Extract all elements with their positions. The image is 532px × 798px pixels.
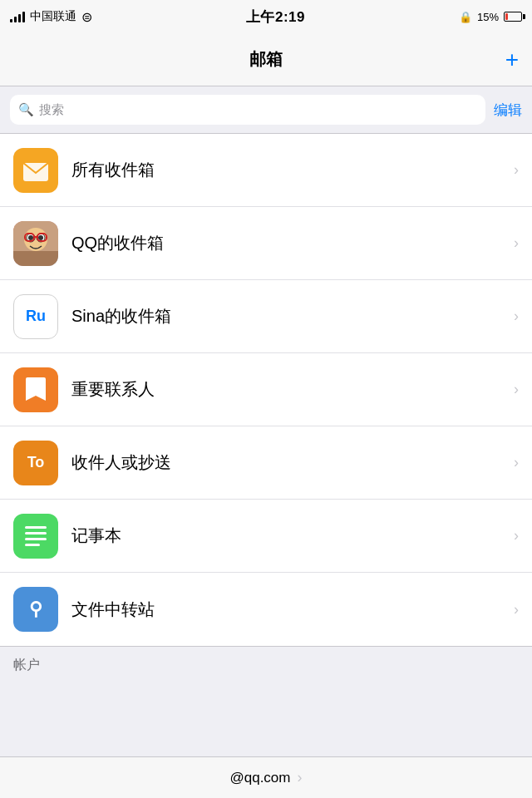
svg-point-6 (38, 235, 43, 240)
bottom-bar[interactable]: @qq.com › (0, 756, 532, 798)
list-item[interactable]: 所有收件箱 › (0, 134, 532, 207)
list-item[interactable]: 记事本 › (0, 500, 532, 573)
search-icon: 🔍 (18, 102, 34, 117)
bottom-chevron-icon: › (298, 769, 303, 786)
add-mailbox-button[interactable]: + (505, 48, 519, 71)
list-item[interactable]: To 收件人或抄送 › (0, 426, 532, 500)
status-right: 🔒 15% (459, 11, 522, 23)
battery-percent: 15% (477, 11, 499, 23)
edit-button[interactable]: 编辑 (494, 101, 522, 120)
accounts-header-label: 帐户 (13, 657, 40, 674)
qq-inbox-icon (13, 221, 58, 266)
status-bar: 中国联通 ⊜ 上午2:19 🔒 15% (0, 0, 532, 33)
vip-label: 重要联系人 (71, 378, 514, 401)
signal-bars (10, 11, 25, 22)
lock-icon: 🔒 (459, 11, 472, 23)
battery-icon (504, 12, 522, 22)
time-display: 上午2:19 (246, 7, 305, 27)
sina-icon-text: Ru (26, 308, 46, 325)
transfer-icon: ⚲ (13, 587, 58, 632)
qq-inbox-label: QQ的收件箱 (71, 232, 514, 254)
chevron-icon: › (514, 308, 519, 325)
search-bar-container: 🔍 搜索 编辑 (0, 86, 532, 133)
list-item[interactable]: 重要联系人 › (0, 353, 532, 426)
wifi-icon: ⊜ (81, 9, 92, 25)
chevron-icon: › (514, 161, 519, 179)
list-item[interactable]: ⚲ 文件中转站 › (0, 573, 532, 646)
vip-icon (13, 367, 58, 412)
accounts-section-header: 帐户 (0, 647, 532, 683)
svg-point-5 (28, 235, 33, 240)
all-inbox-label: 所有收件箱 (71, 159, 514, 181)
nav-bar: 邮箱 + (0, 33, 532, 86)
search-input-wrapper[interactable]: 🔍 搜索 (10, 95, 485, 125)
to-icon: To (13, 441, 58, 485)
search-placeholder: 搜索 (39, 102, 64, 118)
list-item[interactable]: QQ的收件箱 › (0, 207, 532, 280)
svg-rect-10 (13, 251, 58, 266)
status-left: 中国联通 ⊜ (10, 9, 92, 25)
mailbox-list: 所有收件箱 › QQ的收件箱 › Ru (0, 133, 532, 647)
chevron-icon: › (514, 601, 519, 618)
battery-fill (505, 13, 508, 20)
chevron-icon: › (514, 381, 519, 398)
chevron-icon: › (514, 454, 519, 471)
notebook-lines (25, 526, 47, 546)
page-title: 邮箱 (249, 48, 283, 71)
to-label: 收件人或抄送 (71, 451, 514, 474)
transfer-icon-text: ⚲ (29, 598, 42, 620)
transfer-label: 文件中转站 (71, 598, 514, 621)
sina-inbox-label: Sina的收件箱 (71, 305, 514, 328)
notebook-label: 记事本 (71, 525, 514, 547)
carrier-label: 中国联通 (30, 9, 76, 24)
to-icon-text: To (27, 454, 45, 471)
notebook-icon (13, 514, 58, 559)
chevron-icon: › (514, 527, 519, 544)
chevron-icon: › (514, 234, 519, 252)
all-inbox-icon (13, 148, 58, 193)
list-item[interactable]: Ru Sina的收件箱 › (0, 280, 532, 353)
bottom-email-label: @qq.com (229, 770, 290, 786)
sina-inbox-icon: Ru (13, 294, 58, 339)
